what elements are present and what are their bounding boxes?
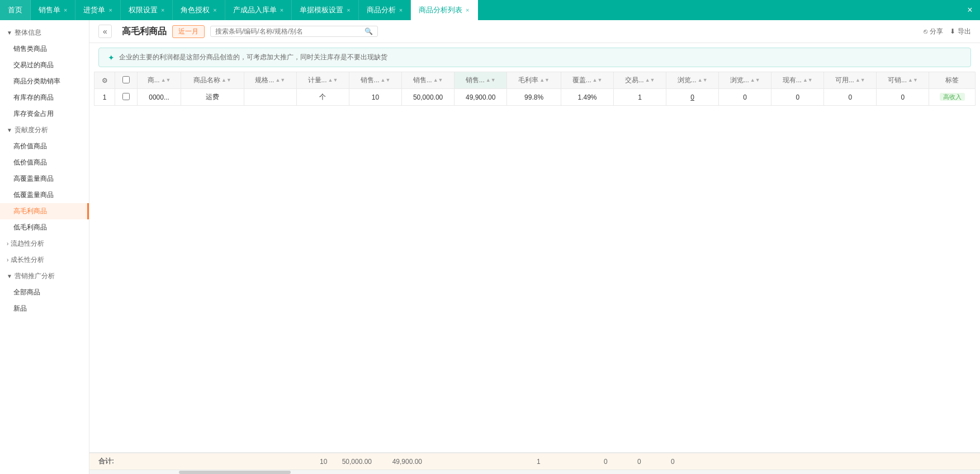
footer-values: 10 50,000.00 49,900.00 1 0 0 0 [125, 458, 971, 466]
footer-blank3 [555, 458, 589, 466]
nav-tab-sales[interactable]: 销售单 × [31, 0, 75, 20]
sidebar-item-low-value[interactable]: 低价值商品 [0, 154, 89, 171]
sidebar-item-high-value[interactable]: 高价值商品 [0, 138, 89, 154]
col-tag[interactable]: 标签 [929, 72, 976, 89]
nav-tab-analysis[interactable]: 商品分析 × [359, 0, 411, 20]
sidebar-group-overall[interactable]: ▼ 整体信息 [0, 25, 89, 41]
nav-tab-inbound-close[interactable]: × [280, 7, 283, 13]
col-spec[interactable]: 规格... ▲▼ [244, 72, 296, 89]
nav-tab-template-close[interactable]: × [347, 7, 350, 13]
col-coverage-label: 覆盖... [572, 76, 591, 85]
col-view2[interactable]: 浏览... ▲▼ [719, 72, 771, 89]
sidebar-group-growth[interactable]: › 成长性分析 [0, 252, 89, 268]
col-current-stock[interactable]: 现有... ▲▼ [771, 72, 824, 89]
export-button[interactable]: ⬇ 导出 [950, 27, 971, 36]
nav-tab-analysis-list[interactable]: 商品分析列表 × [411, 0, 477, 20]
nav-tab-sales-close[interactable]: × [64, 7, 67, 13]
col-view1[interactable]: 浏览... ▲▼ [666, 72, 719, 89]
sidebar-collapse-button[interactable]: « [98, 25, 112, 38]
sidebar-item-in-stock[interactable]: 有库存的商品 [0, 90, 89, 106]
table-row: 1 0000... 运费 个 10 50,000.00 49,900.00 99… [94, 89, 976, 106]
row-spec [244, 89, 296, 106]
nav-tab-role-close[interactable]: × [213, 7, 216, 13]
row-sale-profit: 49,900.00 [455, 89, 507, 106]
sidebar-group-marketing[interactable]: ▼ 营销推广分析 [0, 268, 89, 284]
col-checkbox[interactable] [115, 72, 138, 89]
sidebar-item-low-margin[interactable]: 低毛利商品 [0, 219, 89, 236]
col-sale-amount-label: 销售... [413, 76, 432, 85]
nav-tab-sales-label: 销售单 [39, 5, 60, 15]
select-all-checkbox[interactable] [122, 76, 130, 83]
footer-available: 0 [656, 458, 689, 466]
collapse-overall-icon: ▼ [7, 30, 12, 36]
nav-tab-template[interactable]: 单据模板设置 × [292, 0, 358, 20]
nav-tab-permission[interactable]: 权限设置 × [121, 0, 173, 20]
nav-tab-purchase[interactable]: 进货单 × [75, 0, 120, 20]
search-icon[interactable]: 🔍 [364, 27, 373, 35]
col-settings[interactable]: ⚙ [94, 72, 115, 89]
nav-tab-analysis-close[interactable]: × [399, 7, 403, 13]
col-name[interactable]: 商品名称 ▲▼ [181, 72, 244, 89]
col-sale-qty[interactable]: 销售... ▲▼ [349, 72, 401, 89]
search-input[interactable] [215, 27, 362, 35]
col-view1-sort: ▲▼ [698, 78, 708, 83]
sidebar-item-all-goods[interactable]: 全部商品 [0, 284, 89, 301]
col-code[interactable]: 商... ▲▼ [138, 72, 181, 89]
col-sale-amount[interactable]: 销售... ▲▼ [402, 72, 455, 89]
col-trade-label: 交易... [625, 76, 644, 85]
col-trade[interactable]: 交易... ▲▼ [614, 72, 666, 89]
sidebar-item-traded-goods[interactable]: 交易过的商品 [0, 57, 89, 73]
col-unit[interactable]: 计量... ▲▼ [296, 72, 349, 89]
row-sale-amount: 50,000.00 [402, 89, 455, 106]
nav-tab-permission-close[interactable]: × [161, 7, 164, 13]
nav-tab-purchase-label: 进货单 [83, 5, 105, 15]
col-available[interactable]: 可用... ▲▼ [824, 72, 877, 89]
row-available: 0 [824, 89, 877, 106]
bottom-scrollbar-thumb[interactable] [179, 471, 291, 474]
col-sale-profit-label: 销售... [466, 76, 485, 85]
row-checkbox[interactable] [122, 93, 130, 100]
nav-tab-analysis-list-close[interactable]: × [466, 7, 469, 13]
sidebar-group-overall-label: 整体信息 [15, 28, 41, 37]
col-name-sort: ▲▼ [221, 78, 231, 83]
content-area: « 高毛利商品 近一月 🔍 ⎋ 分享 ⬇ 导出 ✦ 企业的主要的利润都是这部 [89, 20, 980, 474]
sidebar-group-marketing-label: 营销推广分析 [15, 271, 55, 281]
col-coverage[interactable]: 覆盖... ▲▼ [561, 72, 613, 89]
sidebar: ▼ 整体信息 销售类商品 交易过的商品 商品分类助销率 有库存的商品 库存资金占… [0, 20, 89, 474]
window-close-button[interactable]: × [960, 0, 980, 20]
footer-view2: 0 [589, 458, 622, 466]
row-view1-link[interactable]: 0 [690, 93, 694, 101]
collapse-trend-icon: › [7, 241, 8, 247]
top-nav: 首页 销售单 × 进货单 × 权限设置 × 角色授权 × 产成品入库单 × 单据… [0, 0, 980, 20]
nav-tab-purchase-close[interactable]: × [108, 7, 112, 13]
sidebar-item-sales-goods[interactable]: 销售类商品 [0, 41, 89, 57]
col-saleable[interactable]: 可销... ▲▼ [877, 72, 929, 89]
share-button[interactable]: ⎋ 分享 [924, 27, 943, 36]
nav-tab-home[interactable]: 首页 [0, 0, 31, 20]
nav-tab-role[interactable]: 角色授权 × [173, 0, 225, 20]
bottom-scrollbar[interactable] [89, 470, 980, 474]
row-coverage: 1.49% [561, 89, 613, 106]
sidebar-group-contribution[interactable]: ▼ 贡献度分析 [0, 122, 89, 138]
filter-recent-month-button[interactable]: 近一月 [172, 25, 205, 38]
row-gross-margin: 99.8% [507, 89, 561, 106]
footer-sale-profit: 49,900.00 [382, 458, 432, 466]
sidebar-item-category-rate[interactable]: 商品分类助销率 [0, 73, 89, 90]
sidebar-group-trend[interactable]: › 流趋性分析 [0, 236, 89, 252]
row-code[interactable]: 0000... [138, 89, 181, 106]
footer-current-stock: 0 [622, 458, 656, 466]
row-index: 1 [94, 89, 115, 106]
col-view1-label: 浏览... [678, 76, 697, 85]
col-sale-profit[interactable]: 销售... ▲▼ [455, 72, 507, 89]
sidebar-item-low-coverage[interactable]: 低覆盖量商品 [0, 187, 89, 203]
col-view2-label: 浏览... [730, 76, 749, 85]
row-view1[interactable]: 0 [666, 89, 719, 106]
row-checkbox-cell[interactable] [115, 89, 138, 106]
nav-tab-inbound[interactable]: 产成品入库单 × [225, 0, 292, 20]
col-gross-margin[interactable]: 毛利率 ▲▼ [507, 72, 561, 89]
sidebar-item-high-coverage[interactable]: 高覆盖量商品 [0, 171, 89, 187]
sidebar-item-high-margin[interactable]: 高毛利商品 [0, 203, 89, 219]
sidebar-item-new-goods[interactable]: 新品 [0, 301, 89, 317]
header-actions: ⎋ 分享 ⬇ 导出 [924, 27, 971, 36]
sidebar-item-stock-capital[interactable]: 库存资金占用 [0, 106, 89, 122]
